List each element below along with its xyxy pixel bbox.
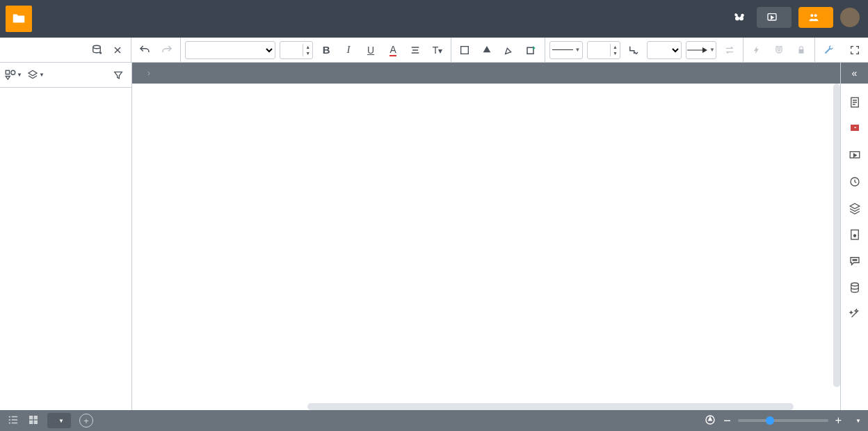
italic-button[interactable]: I — [339, 41, 357, 59]
feature-find-button[interactable] — [733, 11, 750, 24]
horizontal-scrollbar[interactable] — [307, 403, 794, 410]
svg-rect-5 — [527, 47, 533, 54]
svg-rect-26 — [29, 416, 33, 419]
people-icon — [808, 12, 819, 23]
svg-point-15 — [853, 235, 855, 237]
magnet-button[interactable] — [770, 41, 788, 59]
font-size-up[interactable]: ▲ — [303, 44, 312, 50]
svg-rect-4 — [461, 46, 469, 54]
status-bar: ▼ + − + ▼ — [0, 410, 868, 431]
folder-icon — [11, 11, 26, 26]
shape-library-button[interactable]: ▼ — [26, 66, 45, 84]
bold-button[interactable]: B — [317, 41, 335, 59]
data-link-icon[interactable] — [88, 41, 106, 59]
notes-panel-icon[interactable] — [847, 95, 862, 110]
slides-panel-icon[interactable] — [847, 148, 862, 163]
svg-rect-25 — [12, 422, 17, 423]
page-selector[interactable]: ▼ — [47, 413, 71, 428]
chevron-right-icon: › — [147, 68, 150, 78]
undo-button[interactable] — [136, 41, 154, 59]
app-header — [0, 0, 868, 38]
line-width-down[interactable]: ▼ — [611, 50, 620, 56]
fill-button[interactable] — [456, 41, 474, 59]
svg-point-22 — [9, 418, 10, 420]
add-page-button[interactable]: + — [79, 414, 93, 428]
line-end-select[interactable]: ▼ — [686, 41, 716, 59]
auto-zoom-button[interactable] — [704, 414, 716, 428]
font-size-stepper[interactable]: ▲▼ — [280, 41, 313, 59]
line-style-select[interactable]: ▼ — [549, 41, 583, 59]
swap-ends-button[interactable] — [721, 41, 739, 59]
zoom-slider[interactable] — [738, 419, 828, 422]
line-routing-button[interactable] — [625, 41, 643, 59]
data-panel-icon[interactable] — [847, 280, 862, 295]
svg-rect-29 — [34, 420, 38, 423]
svg-point-3 — [93, 45, 101, 49]
shape-palette-button[interactable]: ▼ — [4, 66, 22, 84]
wrench-button[interactable] — [819, 41, 837, 59]
line-width-input[interactable] — [588, 46, 609, 54]
binoculars-icon — [733, 11, 746, 24]
outline-sidebar: ▼ ▼ — [0, 63, 132, 410]
svg-rect-23 — [12, 419, 17, 421]
svg-point-1 — [810, 14, 813, 17]
border-color-button[interactable] — [500, 41, 518, 59]
svg-point-20 — [9, 416, 10, 417]
svg-point-17 — [854, 260, 855, 261]
underline-button[interactable]: U — [362, 41, 380, 59]
zoom-in-button[interactable]: + — [835, 414, 842, 427]
line-start-select[interactable] — [647, 41, 682, 59]
outline-list — [0, 88, 131, 410]
action-button[interactable] — [748, 41, 766, 59]
magic-panel-icon[interactable] — [847, 306, 862, 322]
page-settings-icon[interactable] — [847, 227, 862, 242]
svg-rect-28 — [29, 420, 33, 423]
align-button[interactable] — [406, 41, 424, 59]
canvas[interactable] — [132, 84, 840, 410]
lock-button[interactable] — [792, 41, 810, 59]
shape-options-button[interactable] — [522, 41, 540, 59]
text-options-button[interactable]: T▾ — [428, 41, 447, 59]
layers-panel-icon[interactable] — [847, 201, 862, 216]
list-view-button[interactable] — [7, 414, 19, 428]
user-avatar[interactable] — [840, 8, 860, 27]
svg-rect-21 — [12, 416, 17, 417]
play-icon — [766, 12, 778, 23]
svg-rect-27 — [34, 416, 38, 419]
font-family-select[interactable] — [185, 41, 275, 59]
filter-button[interactable] — [109, 66, 127, 84]
line-width-up[interactable]: ▲ — [611, 44, 620, 50]
app-logo[interactable] — [6, 6, 32, 32]
grid-view-button[interactable] — [28, 414, 39, 428]
zoom-out-button[interactable]: − — [723, 414, 731, 428]
present-button[interactable] — [757, 7, 791, 28]
vertical-scrollbar[interactable] — [833, 84, 840, 387]
right-dock: « ❝ — [840, 63, 868, 410]
svg-text:❝: ❝ — [853, 126, 855, 130]
line-width-stepper[interactable]: ▲▼ — [587, 41, 620, 59]
close-panel-icon[interactable] — [108, 41, 127, 59]
redo-button[interactable] — [158, 41, 176, 59]
font-size-input[interactable] — [280, 46, 301, 54]
svg-point-8 — [11, 70, 15, 75]
svg-point-19 — [851, 283, 858, 286]
svg-point-18 — [855, 260, 857, 261]
collapse-dock-button[interactable]: « — [841, 63, 868, 84]
breadcrumb-bar: › — [132, 63, 840, 84]
history-panel-icon[interactable] — [847, 174, 862, 189]
shape-fill-button[interactable] — [478, 41, 496, 59]
fullscreen-button[interactable] — [846, 41, 864, 59]
bookmark-panel-icon[interactable]: ❝ — [847, 121, 862, 136]
font-size-down[interactable]: ▼ — [303, 50, 312, 56]
svg-point-16 — [853, 260, 854, 261]
share-button[interactable] — [798, 7, 833, 28]
text-color-button[interactable]: A — [384, 41, 402, 59]
svg-rect-7 — [6, 70, 9, 74]
svg-point-2 — [814, 14, 817, 17]
comments-panel-icon[interactable] — [847, 253, 862, 269]
svg-point-24 — [9, 422, 10, 423]
toolbar: ▲▼ B I U A T▾ ▼ ▲▼ ▼ — [0, 38, 868, 63]
